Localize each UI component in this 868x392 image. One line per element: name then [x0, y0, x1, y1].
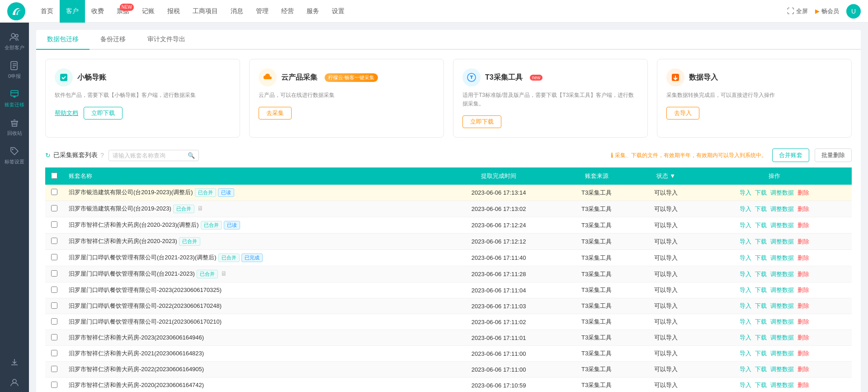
row-checkbox[interactable] [51, 366, 57, 372]
row-checkbox[interactable] [51, 318, 57, 325]
action-btn-下载[interactable]: 下载 [755, 254, 767, 261]
action-btn-下载[interactable]: 下载 [755, 238, 767, 245]
action-btn-删除[interactable]: 删除 [797, 334, 809, 341]
action-btn-导入[interactable]: 导入 [740, 222, 751, 229]
user-avatar[interactable]: U [846, 4, 861, 19]
row-checkbox[interactable] [51, 287, 57, 293]
nav-business[interactable]: 工商项目 [186, 0, 224, 23]
action-btn-下载[interactable]: 下载 [755, 189, 767, 196]
nav-invoice[interactable]: 票据 NEW [110, 0, 136, 23]
action-btn-调整数据[interactable]: 调整数据 [770, 318, 794, 325]
action-btn-删除[interactable]: 删除 [797, 271, 809, 277]
action-btn-调整数据[interactable]: 调整数据 [770, 334, 794, 341]
action-btn-导入[interactable]: 导入 [740, 254, 751, 261]
list-help-icon[interactable]: ? [100, 152, 104, 159]
nav-billing[interactable]: 收费 [85, 0, 110, 23]
nav-service[interactable]: 服务 [300, 0, 326, 23]
action-btn-导入[interactable]: 导入 [740, 318, 751, 325]
nav-home[interactable]: 首页 [34, 0, 60, 23]
row-checkbox[interactable] [51, 221, 57, 228]
action-btn-导入[interactable]: 导入 [740, 271, 751, 277]
action-btn-删除[interactable]: 删除 [797, 206, 809, 212]
action-btn-删除[interactable]: 删除 [797, 222, 809, 229]
action-btn-下载[interactable]: 下载 [755, 318, 767, 325]
action-btn-调整数据[interactable]: 调整数据 [770, 271, 794, 277]
xiaochang-download-btn[interactable]: 立即下载 [84, 107, 123, 120]
action-btn-下载[interactable]: 下载 [755, 366, 767, 373]
data-import-btn[interactable]: 去导入 [666, 107, 699, 120]
nav-customer[interactable]: 客户 [60, 0, 85, 23]
sidebar-item-zero-report[interactable]: 0申报 [0, 56, 29, 84]
action-btn-调整数据[interactable]: 调整数据 [770, 302, 794, 309]
row-checkbox[interactable] [51, 254, 57, 260]
action-btn-调整数据[interactable]: 调整数据 [770, 366, 794, 373]
action-btn-调整数据[interactable]: 调整数据 [770, 382, 794, 388]
row-checkbox[interactable] [51, 238, 57, 244]
search-input[interactable] [113, 152, 185, 159]
action-btn-导入[interactable]: 导入 [740, 334, 751, 341]
row-checkbox[interactable] [51, 189, 57, 195]
tab-audit-export[interactable]: 审计文件导出 [137, 30, 196, 50]
action-btn-删除[interactable]: 删除 [797, 238, 809, 245]
action-btn-导入[interactable]: 导入 [740, 189, 751, 196]
merge-account-btn[interactable]: 合并账套 [772, 148, 809, 162]
nav-bookkeeping[interactable]: 记账 [136, 0, 161, 23]
action-btn-调整数据[interactable]: 调整数据 [770, 206, 794, 212]
t3-download-btn[interactable]: 立即下载 [462, 115, 501, 128]
action-btn-调整数据[interactable]: 调整数据 [770, 189, 794, 196]
action-btn-下载[interactable]: 下载 [755, 222, 767, 229]
action-btn-下载[interactable]: 下载 [755, 206, 767, 212]
action-btn-导入[interactable]: 导入 [740, 206, 751, 212]
sidebar-item-user-settings[interactable] [0, 372, 29, 392]
action-btn-调整数据[interactable]: 调整数据 [770, 287, 794, 293]
action-btn-下载[interactable]: 下载 [755, 350, 767, 357]
action-btn-下载[interactable]: 下载 [755, 302, 767, 309]
row-checkbox[interactable] [51, 334, 57, 340]
cloud-collect-btn[interactable]: 去采集 [259, 107, 292, 120]
tab-data-migration[interactable]: 数据包迁移 [36, 30, 90, 50]
action-btn-删除[interactable]: 删除 [797, 366, 809, 373]
action-btn-导入[interactable]: 导入 [740, 350, 751, 357]
row-checkbox[interactable] [51, 382, 57, 388]
action-btn-调整数据[interactable]: 调整数据 [770, 238, 794, 245]
sidebar-item-all-customers[interactable]: 全部客户 [0, 27, 29, 56]
action-btn-导入[interactable]: 导入 [740, 287, 751, 293]
sidebar-item-download[interactable] [0, 352, 29, 372]
action-btn-导入[interactable]: 导入 [740, 366, 751, 373]
search-icon[interactable]: 🔍 [188, 152, 195, 159]
action-btn-删除[interactable]: 删除 [797, 254, 809, 261]
nav-message[interactable]: 消息 [224, 0, 250, 23]
vip-btn[interactable]: ▶ 畅会员 [815, 7, 839, 15]
select-all-checkbox[interactable] [51, 172, 57, 179]
sidebar-item-tag-settings[interactable]: 标签设置 [0, 141, 29, 170]
nav-manage[interactable]: 管理 [250, 0, 275, 23]
action-btn-下载[interactable]: 下载 [755, 287, 767, 293]
app-logo[interactable] [7, 2, 25, 20]
action-btn-删除[interactable]: 删除 [797, 382, 809, 388]
action-btn-调整数据[interactable]: 调整数据 [770, 254, 794, 261]
row-checkbox[interactable] [51, 350, 57, 356]
row-checkbox[interactable] [51, 302, 57, 309]
action-btn-导入[interactable]: 导入 [740, 302, 751, 309]
action-btn-删除[interactable]: 删除 [797, 189, 809, 196]
action-btn-下载[interactable]: 下载 [755, 382, 767, 388]
action-btn-下载[interactable]: 下载 [755, 334, 767, 341]
action-btn-导入[interactable]: 导入 [740, 382, 751, 388]
action-btn-删除[interactable]: 删除 [797, 287, 809, 293]
sidebar-item-recycle[interactable]: 回收站 [0, 113, 29, 141]
action-btn-删除[interactable]: 删除 [797, 302, 809, 309]
fullscreen-btn[interactable]: ⛶ 全屏 [787, 7, 808, 15]
action-btn-导入[interactable]: 导入 [740, 238, 751, 245]
sidebar-item-account-migration[interactable]: 账套迁移 [0, 84, 29, 113]
tab-backup-migration[interactable]: 备份迁移 [90, 30, 137, 50]
nav-operation[interactable]: 经营 [275, 0, 300, 23]
action-btn-下载[interactable]: 下载 [755, 271, 767, 277]
xiaochang-help-link[interactable]: 帮助文档 [55, 109, 78, 117]
action-btn-删除[interactable]: 删除 [797, 318, 809, 325]
action-btn-调整数据[interactable]: 调整数据 [770, 222, 794, 229]
col-status-header[interactable]: 状态 ▼ [634, 167, 697, 185]
nav-tax[interactable]: 报税 [161, 0, 186, 23]
row-checkbox[interactable] [51, 270, 57, 277]
action-btn-删除[interactable]: 删除 [797, 350, 809, 357]
batch-delete-btn[interactable]: 批量删除 [815, 148, 852, 162]
